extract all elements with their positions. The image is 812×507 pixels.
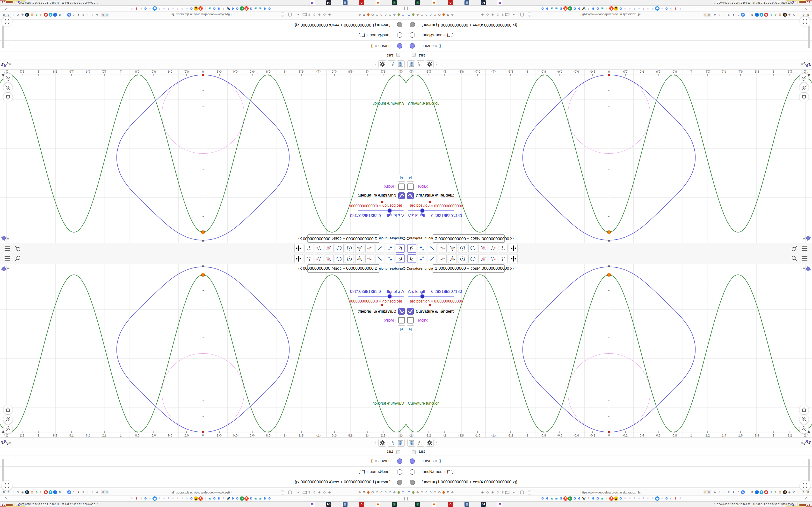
row-menu-icon[interactable]: ⋮: [7, 470, 11, 474]
picture-favicon[interactable]: ▲: [194, 496, 198, 501]
curvature-function-dropdown[interactable]: 1.000000000000 + cos(4.000000000000 x) ▼: [307, 234, 379, 243]
zoom-out-button[interactable]: [800, 73, 809, 82]
download-icon[interactable]: ↓: [731, 490, 735, 494]
ellipse-tool-button[interactable]: [335, 244, 344, 253]
google-favicon[interactable]: G: [231, 496, 235, 501]
star-favicon[interactable]: *: [180, 6, 185, 11]
star-favicon[interactable]: *: [175, 496, 180, 501]
app-icon-profile[interactable]: ☻: [497, 502, 502, 507]
picture-favicon[interactable]: ▲: [614, 496, 618, 501]
record-icon[interactable]: ●: [44, 490, 48, 494]
app-icon-terminal[interactable]: ▣: [415, 0, 420, 5]
gear-icon[interactable]: ⚙: [58, 490, 62, 494]
zero-icon[interactable]: 0: [63, 490, 66, 494]
google-favicon[interactable]: G: [559, 496, 563, 501]
star-favicon[interactable]: *: [660, 6, 664, 11]
shield-icon[interactable]: [288, 490, 292, 495]
move-tool-button[interactable]: [407, 254, 416, 263]
thumb-icon[interactable]: +: [11, 13, 15, 17]
wrench-icon[interactable]: ⚙: [6, 13, 10, 17]
bookmark-star-icon[interactable]: ☆: [717, 490, 721, 494]
translate-icon[interactable]: A: [741, 13, 745, 17]
angle-tool-button[interactable]: α: [478, 244, 487, 253]
wave-favicon[interactable]: ∿: [568, 6, 572, 11]
f-favicon[interactable]: f: [134, 6, 139, 11]
algebra-row-funcs[interactable]: funcs = {1.000000000000 + cos(4.00000000…: [406, 477, 812, 488]
globe-icon[interactable]: ⊕: [358, 490, 361, 494]
f-favicon[interactable]: f: [134, 496, 139, 501]
star-favicon[interactable]: *: [632, 6, 637, 11]
home-button[interactable]: [3, 93, 12, 102]
back-arrow-icon[interactable]: ←: [296, 13, 300, 17]
star-favicon[interactable]: *: [646, 6, 650, 11]
globe-icon[interactable]: ⊕: [451, 13, 454, 17]
pause-icon[interactable]: ‖: [407, 7, 409, 11]
google-favicon[interactable]: G: [263, 6, 267, 11]
star-favicon[interactable]: *: [678, 6, 682, 11]
collapse-button[interactable]: −: [412, 450, 416, 454]
fullscreen-button[interactable]: [2, 16, 12, 26]
tool-search-button[interactable]: [791, 245, 798, 252]
kebab-menu-icon[interactable]: ⋮: [434, 62, 439, 67]
google-favicon[interactable]: G: [143, 496, 148, 501]
chevron-up-icon[interactable]: ^: [5, 7, 7, 11]
visibility-circle-icon[interactable]: [397, 22, 402, 27]
translate-icon[interactable]: A: [95, 13, 99, 17]
tracing-checkbox[interactable]: [398, 183, 405, 190]
globe-icon[interactable]: ⊕: [35, 13, 39, 17]
curvature-function-dropdown[interactable]: 1.000000000000 + cos(4.000000000000 x) ▼: [307, 264, 379, 273]
updown-icon[interactable]: ↕: [760, 13, 763, 17]
star-favicon[interactable]: *: [148, 6, 152, 11]
dot-icon[interactable]: ●: [411, 13, 415, 17]
star-favicon[interactable]: *: [148, 496, 152, 501]
google-favicon[interactable]: G: [664, 6, 669, 11]
main-menu-button[interactable]: [4, 245, 11, 252]
google-favicon[interactable]: G: [235, 496, 240, 501]
gear-icon[interactable]: ⚙: [750, 13, 754, 17]
wrench-icon[interactable]: ⚙: [6, 490, 10, 494]
point-tool-button[interactable]: A: [418, 254, 426, 263]
star-favicon[interactable]: *: [651, 6, 655, 11]
globe-icon[interactable]: ⊕: [393, 13, 396, 17]
star-favicon[interactable]: *: [586, 6, 591, 11]
pin-icon[interactable]: Y: [401, 13, 405, 17]
row-menu-icon[interactable]: ⋮: [801, 33, 805, 37]
download-icon[interactable]: ↓: [77, 13, 81, 17]
reflect-tool-button[interactable]: [489, 244, 497, 253]
chat-favicon[interactable]: ●: [655, 6, 660, 11]
bookmark-star-icon[interactable]: ☆: [717, 13, 721, 17]
home-button[interactable]: [800, 405, 809, 414]
gear-icon[interactable]: ⚙: [750, 490, 754, 494]
url-bar[interactable]: Y●⊕⊕∩∩⊕⚙●⚙⊕ ← https://www.geogebra.org/c…: [406, 12, 812, 18]
geogebra-badge-logo[interactable]: [0, 234, 9, 242]
move-view-tool-button[interactable]: [509, 254, 518, 263]
visibility-circle-icon[interactable]: [410, 458, 415, 464]
record-icon[interactable]: ●: [44, 13, 48, 17]
move-tool-button[interactable]: [396, 244, 405, 253]
arc-length-slider-knob[interactable]: [388, 294, 392, 299]
back-arrow-icon[interactable]: ←: [296, 490, 300, 494]
app-icon-profile[interactable]: ☻: [310, 0, 315, 5]
globe-favicon[interactable]: ◉: [208, 6, 212, 11]
star-favicon[interactable]: *: [642, 6, 646, 11]
curvature-tangent-checkbox[interactable]: [398, 192, 405, 199]
pause-icon[interactable]: ‖: [403, 496, 405, 500]
play-button[interactable]: [398, 174, 405, 181]
wrench-icon[interactable]: ⚙: [802, 13, 806, 17]
yandex-favicon[interactable]: Я: [563, 496, 568, 501]
row-menu-icon[interactable]: ⋮: [801, 459, 805, 463]
globe-icon[interactable]: ⊕: [433, 490, 437, 494]
trash-icon[interactable]: ⊔: [39, 13, 43, 17]
globe-favicon[interactable]: ◉: [254, 6, 258, 11]
star-favicon[interactable]: *: [632, 496, 637, 501]
star-favicon[interactable]: *: [162, 6, 166, 11]
gear-icon[interactable]: ⚙: [806, 13, 810, 17]
shield-icon[interactable]: [520, 12, 524, 17]
globe-favicon[interactable]: ◉: [258, 6, 262, 11]
zoom-out-button[interactable]: [800, 425, 809, 434]
brush-icon[interactable]: /: [72, 490, 76, 494]
brush-icon[interactable]: /: [737, 13, 740, 17]
updown-icon[interactable]: ↕: [760, 490, 763, 494]
google-favicon[interactable]: G: [540, 496, 545, 501]
gear-icon[interactable]: ⚙: [2, 13, 6, 17]
